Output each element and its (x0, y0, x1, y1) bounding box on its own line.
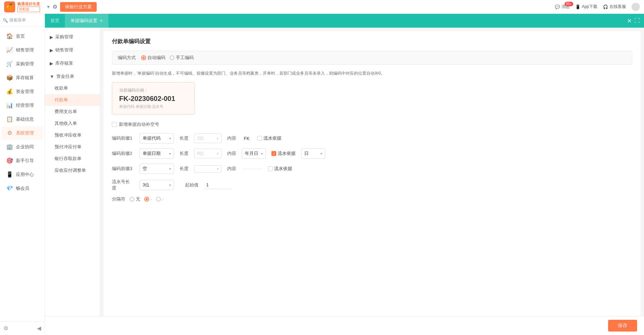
prefix3-content-label: 内容 (227, 166, 236, 172)
radio-group-encoding: 自动编码 手工编码 (141, 55, 194, 61)
sidebar-item-operations[interactable]: 📊 经营管理 (1, 99, 43, 112)
sub-menu-item-other-income[interactable]: 其他收入单 (45, 118, 100, 129)
prefix2-length-arrow: ▾ (217, 152, 219, 156)
prefix1-length-label: 长度 (180, 135, 189, 141)
sub-menu-item-expense[interactable]: 费用支出单 (45, 106, 100, 118)
sidebar-item-base[interactable]: 📋 基础信息 (1, 112, 43, 126)
sub-menu-item-prepaid-receipt[interactable]: 预收冲应收单 (45, 129, 100, 141)
auto-fill-checkbox[interactable] (112, 122, 117, 127)
page-body: ▶ 采购管理 ▶ 销售管理 ▶ 库存核算 (45, 28, 644, 335)
sidebar-item-enterprise[interactable]: 🏢 企业协同 (1, 140, 43, 153)
radio-auto-encode[interactable]: 自动编码 (141, 55, 165, 61)
radio-manual-encode[interactable]: 手工编码 (170, 55, 194, 61)
sub-menu-sales-arrow: ▶ (50, 48, 53, 53)
prefix3-length-select[interactable]: ▾ (194, 165, 222, 173)
nav-settings-icon[interactable]: ⚙ (52, 3, 57, 10)
radio-manual-label: 手工编码 (176, 55, 194, 61)
user-avatar[interactable] (632, 3, 640, 11)
tab-bar: 首页 单据编码设置 ✕ ✕ ⛶ (45, 14, 644, 28)
sub-menu-item-payment[interactable]: 付款单 (45, 94, 100, 106)
prefix2-watermark-period[interactable]: 日 ▾ (301, 148, 325, 159)
top-bar-right: 💬 消息 99+ 📱 App下载 🎧 在线客服 (555, 3, 640, 11)
prefix1-label: 编码前缀1 (112, 135, 134, 141)
nav-dropdown-arrow[interactable]: ▾ (47, 3, 50, 10)
sidebar-item-label: 系统管理 (16, 130, 34, 136)
prefix3-select[interactable]: 空 ▾ (140, 164, 174, 174)
collapse-icon[interactable]: ◀ (37, 325, 41, 332)
app-download-item[interactable]: 📱 App下载 (575, 4, 597, 10)
sidebar-item-home[interactable]: 🏠 首页 (1, 29, 43, 43)
sidebar-item-sales[interactable]: 📈 销售管理 (1, 43, 43, 57)
sub-menu-purchase-header[interactable]: ▶ 采购管理 (45, 31, 100, 43)
sub-menu-finance-header[interactable]: ▼ 资金往来 (45, 71, 100, 82)
save-button[interactable]: 保存 (608, 320, 637, 332)
base-icon: 📋 (6, 116, 13, 122)
online-service-item[interactable]: 🎧 在线客服 (603, 4, 626, 10)
tab-close-window-icon[interactable]: ✕ (627, 18, 632, 24)
encoding-method-row: 编码方式 自动编码 手工编码 (112, 51, 632, 65)
prefix1-select[interactable]: 单据代码 ▾ (140, 133, 174, 143)
sub-sidebar: ▶ 采购管理 ▶ 销售管理 ▶ 库存核算 (45, 28, 100, 335)
prefix1-content-value: FK (242, 136, 252, 141)
sep-dot1-label: · (151, 197, 152, 202)
prefix3-watermark-checkbox[interactable]: 流水依据 (268, 166, 292, 172)
serial-length-arrow: ▾ (169, 183, 171, 187)
messages-item[interactable]: 💬 消息 99+ (555, 4, 570, 10)
prefix1-length-select[interactable]: 2位 ▾ (194, 133, 222, 143)
search-label: 搜索菜单 (9, 17, 26, 23)
tab-expand-icon[interactable]: ⛶ (634, 18, 640, 24)
sep-option-dot2[interactable]: · (156, 197, 164, 202)
experience-button[interactable]: 体验行业方案 (60, 2, 97, 12)
purchase-icon: 🛒 (6, 61, 13, 67)
sidebar-item-guide[interactable]: 🎯 新手引导 (1, 154, 43, 167)
separator-label: 分隔符 (112, 196, 125, 202)
settings-bottom-icon[interactable]: ⚙ (3, 325, 8, 332)
sub-menu-sales: ▶ 销售管理 (45, 44, 100, 56)
sidebar-item-member[interactable]: 💎 畅会员 (1, 182, 43, 195)
info-text: 新增单据时，'单据编码'自动生成，不可编辑。前缀设置为部门、业务员等档案类，开单… (112, 70, 632, 77)
sub-menu-sales-label: 销售管理 (55, 47, 73, 53)
tab-close-icon[interactable]: ✕ (99, 18, 103, 23)
finance-icon: 💰 (6, 88, 13, 95)
sub-menu-inventory: ▶ 库存核算 (45, 57, 100, 69)
tab-bar-right: ✕ ⛶ (627, 18, 644, 24)
sidebar-item-label: 应用中心 (16, 171, 34, 178)
sidebar-item-inventory[interactable]: 📦 库存核算 (1, 71, 43, 84)
sidebar-search[interactable]: 🔍 搜索菜单 (0, 14, 45, 27)
prefix2-content-select[interactable]: 年月日 ▾ (242, 148, 266, 159)
prefix2-content-arrow: ▾ (261, 152, 263, 156)
sidebar-item-apps[interactable]: 📱 应用中心 (1, 168, 43, 181)
sales-icon: 📈 (6, 47, 13, 53)
prefix1-watermark-checkbox[interactable]: 流水依据 (257, 135, 281, 141)
online-service-label: 在线客服 (609, 4, 626, 10)
messages-badge: 99+ (565, 2, 573, 6)
code-preview: 当前编码示例： FK-20230602-001 单据代码-单据日期-流水号 (112, 82, 195, 114)
prefix3-length-arrow: ▾ (217, 167, 219, 171)
sep-dot1-radio (144, 197, 149, 202)
encoding-method-label: 编码方式 (118, 55, 136, 61)
prefix1-content-label: 内容 (227, 135, 236, 141)
auto-fill-checkbox-row[interactable]: 新增单据自动补空号 (112, 121, 632, 128)
serial-length-select[interactable]: 3位 ▾ (140, 180, 174, 190)
prefix2-length-select[interactable]: 8位 ▾ (194, 149, 222, 158)
sub-menu-item-bank[interactable]: 银行存取款单 (45, 153, 100, 165)
tab-home[interactable]: 首页 (45, 14, 65, 28)
start-value-input[interactable] (204, 181, 232, 189)
tab-home-label: 首页 (50, 18, 59, 24)
sub-menu-item-prepaid-payment[interactable]: 预付冲应付单 (45, 141, 100, 153)
sub-menu-inventory-header[interactable]: ▶ 库存核算 (45, 57, 100, 69)
prefix1-watermark-box (257, 136, 262, 141)
page-title: 付款单编码设置 (112, 38, 632, 45)
sidebar-item-finance[interactable]: 💰 资金管理 (1, 85, 43, 98)
sub-menu-sales-header[interactable]: ▶ 销售管理 (45, 44, 100, 56)
tab-serial-settings[interactable]: 单据编码设置 ✕ (65, 14, 108, 28)
sub-menu-item-adjustment[interactable]: 应收应付调整单 (45, 165, 100, 176)
sep-option-none[interactable]: 无 (129, 196, 140, 202)
sub-menu-item-receipt[interactable]: 收款单 (45, 82, 100, 94)
prefix2-watermark-checkbox[interactable]: ✓ 流水依据 (271, 150, 296, 157)
sidebar-item-system[interactable]: ⚙ 系统管理 (1, 126, 43, 140)
sep-option-dot1[interactable]: · (144, 197, 152, 202)
main-panel: 付款单编码设置 编码方式 自动编码 手工编码 (104, 31, 641, 332)
sidebar-item-purchase[interactable]: 🛒 采购管理 (1, 57, 43, 71)
prefix2-select[interactable]: 单据日期 ▾ (140, 148, 174, 159)
